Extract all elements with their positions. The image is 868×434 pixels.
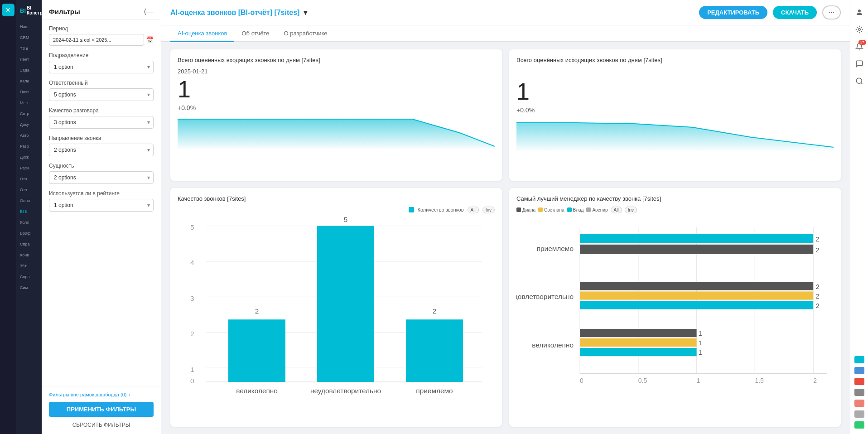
title-dropdown-icon[interactable]: ▾: [304, 9, 307, 16]
nav-item-24[interactable]: Сим: [18, 283, 40, 293]
color-block-red2: [854, 400, 864, 407]
nav-item-1[interactable]: CRM: [18, 33, 40, 43]
filter-quality-select[interactable]: 3 options: [49, 116, 154, 129]
incoming-calls-change: +0.0%: [178, 104, 495, 111]
filter-entity-label: Сущность: [49, 163, 154, 169]
filter-entity-select[interactable]: 2 options: [49, 171, 154, 184]
svg-text:5: 5: [190, 223, 194, 231]
nav-item-13[interactable]: Расч: [18, 163, 40, 173]
svg-text:4: 4: [190, 259, 194, 266]
nav-item-2[interactable]: ТЗ в: [18, 43, 40, 53]
outside-filters-link[interactable]: Фильтры вне рамок дашборда (0) ›: [49, 392, 154, 397]
nav-item-23[interactable]: Спра: [18, 272, 40, 282]
h-legend-inv-btn[interactable]: Inv: [625, 207, 637, 213]
reset-filters-button[interactable]: СБРОСИТЬ ФИЛЬТРЫ: [49, 422, 154, 428]
filter-direction-select[interactable]: 2 options: [49, 144, 154, 156]
chat-icon[interactable]: [853, 57, 866, 71]
chevron-right-icon: ›: [128, 392, 130, 397]
legend-svetlana-label: Светлана: [544, 207, 564, 212]
more-dots-icon: ⋯: [829, 9, 834, 16]
filter-quality: Качество разговора 3 options: [49, 107, 154, 129]
nav-item-14[interactable]: Отч: [18, 174, 40, 184]
incoming-calls-card: Всего оценённых входящих звонков по дням…: [170, 49, 502, 181]
apply-filters-button[interactable]: ПРИМЕНИТЬ ФИЛЬТРЫ: [49, 402, 154, 417]
filter-period-input[interactable]: [49, 34, 144, 46]
legend-vlad: Влад: [567, 207, 584, 212]
svg-text:1: 1: [697, 377, 700, 384]
hbar-priemlemost-teal: [580, 234, 813, 243]
color-block-gray: [854, 389, 864, 396]
nav-item-8[interactable]: Сотр: [18, 109, 40, 119]
nav-item-18[interactable]: Колл: [18, 217, 40, 227]
incoming-calls-title: Всего оценённых входящих звонков по дням…: [178, 57, 495, 63]
nav-item-12[interactable]: Диск: [18, 152, 40, 162]
svg-text:5: 5: [344, 217, 348, 223]
legend-diana: Диана: [516, 207, 535, 212]
nav-item-4[interactable]: Зада: [18, 65, 40, 75]
svg-text:2: 2: [255, 307, 259, 314]
search-icon[interactable]: [853, 74, 866, 88]
more-options-button[interactable]: ⋯: [822, 5, 841, 19]
nav-item-9[interactable]: Доку: [18, 120, 40, 130]
nav-item-11[interactable]: Разр: [18, 141, 40, 151]
title-text: AI-оценка звонков [BI-отчёт] [7sites]: [170, 9, 299, 16]
svg-text:1: 1: [699, 339, 702, 347]
bar-приемлемо: [406, 319, 463, 382]
close-button[interactable]: ✕: [2, 4, 14, 16]
download-button[interactable]: СКАЧАТЬ: [773, 6, 817, 19]
nav-item-19[interactable]: Бриф: [18, 228, 40, 238]
filter-direction-label: Направление звонка: [49, 135, 154, 141]
nav-item-3[interactable]: Лент: [18, 54, 40, 64]
edit-button[interactable]: РЕДАКТИРОВАТЬ: [699, 6, 767, 19]
settings-icon[interactable]: [853, 23, 866, 36]
sidebar-filters: Период 📅 Подразделение 1 option Ответств…: [42, 20, 161, 386]
nav-item-6[interactable]: Почт: [18, 87, 40, 97]
color-block-green: [854, 421, 864, 429]
tab-about-report[interactable]: Об отчёте: [234, 25, 276, 42]
nav-item-22[interactable]: 35+: [18, 261, 40, 271]
svg-text:2: 2: [433, 307, 437, 314]
nav-item-20[interactable]: Спра: [18, 239, 40, 249]
filter-quality-label: Качество разговора: [49, 107, 154, 114]
filter-rating-select[interactable]: 1 option: [49, 199, 154, 212]
tabs-bar: AI-оценка звонков Об отчёте О разработчи…: [161, 25, 850, 42]
color-block-red: [854, 378, 864, 385]
tab-about-developer[interactable]: О разработчике: [277, 25, 335, 42]
sidebar-title: Фильтры: [49, 8, 80, 15]
hbar-great-teal: [580, 348, 697, 356]
right-rail: 17: [850, 0, 868, 434]
svg-point-41: [858, 29, 860, 31]
topbar: AI-оценка звонков [BI-отчёт] [7sites] ▾ …: [161, 0, 850, 25]
filter-responsible-select[interactable]: 5 options: [49, 88, 154, 101]
nav-item-21[interactable]: Конв: [18, 250, 40, 260]
nav-item-5[interactable]: Кале: [18, 76, 40, 86]
filter-subdivision-select[interactable]: 1 option: [49, 61, 154, 73]
svg-text:0: 0: [190, 376, 194, 384]
legend-inv-btn[interactable]: Inv: [482, 207, 495, 213]
incoming-calls-value: 1: [178, 77, 495, 102]
notification-icon[interactable]: 17: [853, 40, 866, 53]
filter-responsible-wrapper: 5 options: [49, 88, 154, 101]
icon-rail: ✕: [0, 0, 16, 434]
filter-rating-label: Используется ли в рейтинге: [49, 190, 154, 197]
nav-item-17[interactable]: BI К: [18, 207, 40, 217]
svg-text:1: 1: [699, 330, 702, 337]
legend-all-btn[interactable]: All: [468, 207, 479, 213]
nav-item-7[interactable]: Мес: [18, 98, 40, 108]
nav-item-16[interactable]: Онла: [18, 196, 40, 206]
sidebar-collapse-button[interactable]: ⟨—: [144, 7, 154, 16]
nav-item-10[interactable]: Авто: [18, 130, 40, 140]
tab-ai-assessment[interactable]: AI-оценка звонков: [170, 25, 234, 42]
calendar-icon[interactable]: 📅: [146, 36, 154, 43]
user-icon[interactable]: [853, 5, 866, 19]
h-legend-all-btn[interactable]: All: [611, 207, 622, 213]
color-block-blue: [854, 367, 864, 374]
svg-text:0: 0: [580, 377, 583, 384]
outgoing-calls-card: Всего оценённых исходящих звонков по дня…: [509, 49, 841, 181]
hbar-great-dark: [580, 329, 697, 337]
best-manager-title: Самый лучший менеджер по качеству звонка…: [516, 195, 834, 202]
nav-item-0[interactable]: Наш: [18, 22, 40, 32]
svg-text:2: 2: [813, 377, 817, 384]
nav-item-15[interactable]: Отч: [18, 185, 40, 195]
outgoing-area-chart: [516, 119, 834, 151]
